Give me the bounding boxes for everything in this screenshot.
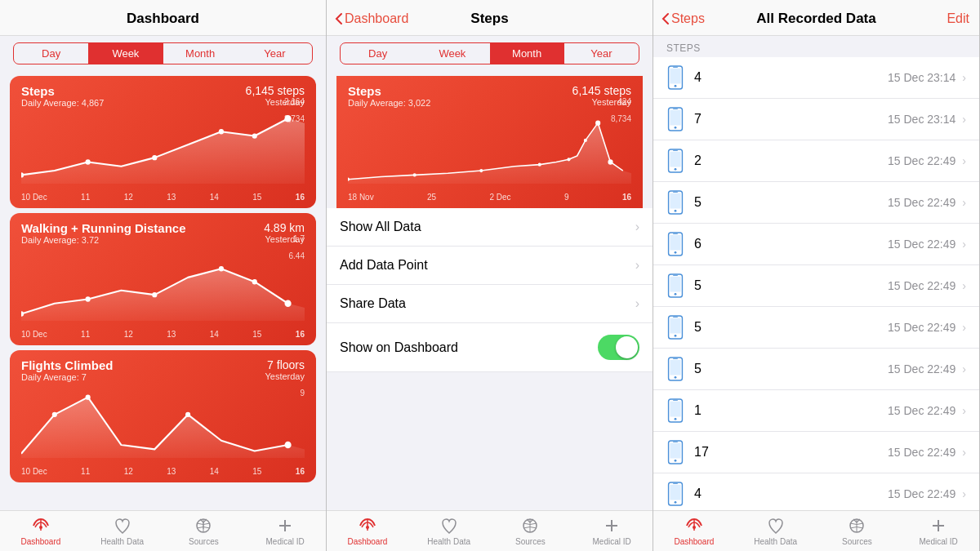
steps-detail-chart: 8,734 424 [336,111,643,193]
recorded-data-panel: Steps All Recorded Data Edit STEPS 4 15 … [653,0,980,551]
row-value-9: 17 [694,445,888,460]
steps-back-label: Dashboard [345,11,408,26]
row-chevron-6: › [962,321,966,334]
steps-chart-svg [21,114,305,184]
walking-chart-svg [21,251,305,321]
svg-rect-58 [670,235,680,251]
steps-list: 4 15 Dec 23:14 › 7 15 Dec 23:14 › [653,57,979,510]
steps-menu: Show All Data › Add Data Point › Share D… [327,208,653,372]
svg-point-43 [675,85,677,87]
row-chevron-2: › [962,154,966,167]
share-data-item[interactable]: Share Data › [327,285,653,323]
tab-label-dashboard-2: Dashboard [347,537,387,546]
steps-card[interactable]: Steps Daily Average: 4,867 6,145 steps Y… [10,76,316,208]
flights-value: 7 floors [265,358,305,371]
steps-segment-control: Day Week Month Year [340,42,639,64]
tab-dashboard-3[interactable]: Dashboard [653,514,735,548]
row-time-9: 15 Dec 22:49 [888,446,956,459]
dashboard-icon-2 [358,516,377,535]
show-all-label: Show All Data [340,220,421,234]
tab-label-sources-2: Sources [515,537,546,546]
edit-btn[interactable]: Edit [947,11,969,26]
list-item[interactable]: 4 15 Dec 22:49 › [653,473,979,510]
row-value-6: 5 [694,320,888,335]
panel1-tab-bar: Dashboard Health Data Sources [0,510,326,551]
tab-sources-2[interactable]: Sources [490,514,572,548]
row-value-5: 5 [694,278,888,293]
list-item[interactable]: 5 15 Dec 22:49 › [653,307,979,349]
list-item[interactable]: 5 15 Dec 22:49 › [653,182,979,224]
flights-title: Flights Climbed [21,358,114,372]
show-dashboard-label: Show on Dashboard [340,340,458,355]
tab-sources-3[interactable]: Sources [817,514,898,548]
tab-health-2[interactable]: Health Data [408,514,490,548]
walking-chart: 6.44 1.7 [10,248,316,330]
seg-month-2[interactable]: Month [490,43,564,64]
show-dashboard-toggle[interactable] [598,335,639,360]
list-item[interactable]: 5 15 Dec 22:49 › [653,265,979,307]
back-chevron-icon [335,12,343,25]
seg-year-1[interactable]: Year [238,43,312,64]
seg-year-2[interactable]: Year [564,43,639,64]
recorded-back-btn[interactable]: Steps [662,11,705,26]
add-data-label: Add Data Point [340,258,428,273]
tab-dashboard-2[interactable]: Dashboard [327,514,408,548]
steps-sub: Daily Average: 4,867 [21,98,104,108]
row-time-7: 15 Dec 22:49 [888,362,956,375]
svg-point-4 [219,129,224,134]
list-item[interactable]: 6 15 Dec 22:49 › [653,224,979,265]
tab-health-1[interactable]: Health Data [82,514,163,548]
phone-icon [666,398,684,423]
svg-point-12 [252,279,257,284]
steps-panel: Dashboard Steps Day Week Month Year Step… [327,0,653,551]
svg-point-28 [413,173,416,176]
tab-medical-2[interactable]: Medical ID [571,514,653,548]
tab-medical-3[interactable]: Medical ID [898,514,979,548]
list-item[interactable]: 17 15 Dec 22:49 › [653,432,979,473]
steps-back-btn[interactable]: Dashboard [335,11,408,26]
list-item[interactable]: 7 15 Dec 23:14 › [653,99,979,140]
row-time-1: 15 Dec 23:14 [888,113,956,126]
seg-day-1[interactable]: Day [14,43,88,64]
tab-label-dashboard-1: Dashboard [20,537,60,546]
steps-menu-scroll: Show All Data › Add Data Point › Share D… [327,208,653,510]
dashboard-title: Dashboard [127,11,199,27]
tab-health-3[interactable]: Health Data [735,514,817,548]
list-item[interactable]: 4 15 Dec 23:14 › [653,57,979,99]
tab-label-sources-1: Sources [189,537,219,546]
seg-week-1[interactable]: Week [88,43,163,64]
seg-day-2[interactable]: Day [341,43,415,64]
flights-card[interactable]: Flights Climbed Daily Average: 7 7 floor… [10,350,316,482]
list-item[interactable]: 2 15 Dec 22:49 › [653,140,979,182]
svg-point-3 [152,155,157,160]
add-data-point-item[interactable]: Add Data Point › [327,247,653,285]
tab-sources-1[interactable]: Sources [163,514,245,548]
svg-point-83 [675,501,677,504]
row-time-10: 15 Dec 22:49 [888,487,956,500]
tab-medical-1[interactable]: Medical ID [244,514,326,548]
svg-rect-62 [670,277,680,292]
svg-point-11 [219,266,224,271]
list-item[interactable]: 1 15 Dec 22:49 › [653,390,979,432]
svg-rect-42 [670,69,680,84]
row-chevron-8: › [962,404,966,417]
tab-dashboard-1[interactable]: Dashboard [0,514,82,548]
medical-icon-2 [602,516,621,535]
walking-card[interactable]: Walking + Running Distance Daily Average… [10,213,316,345]
row-value-4: 6 [694,237,888,251]
show-all-data-item[interactable]: Show All Data › [327,208,653,247]
svg-rect-54 [670,193,680,209]
list-item[interactable]: 5 15 Dec 22:49 › [653,349,979,390]
back-chevron-icon-3 [662,12,670,25]
svg-point-16 [86,394,91,399]
steps-title: Steps [21,84,104,98]
seg-week-2[interactable]: Week [415,43,489,64]
row-chevron-5: › [962,279,966,292]
health-icon-2 [439,516,459,535]
svg-point-17 [185,412,190,417]
svg-point-67 [675,335,677,337]
steps-card-title: Steps [348,84,430,98]
seg-month-1[interactable]: Month [163,43,238,64]
row-value-7: 5 [694,362,888,376]
dashboard-icon-3 [684,516,704,535]
